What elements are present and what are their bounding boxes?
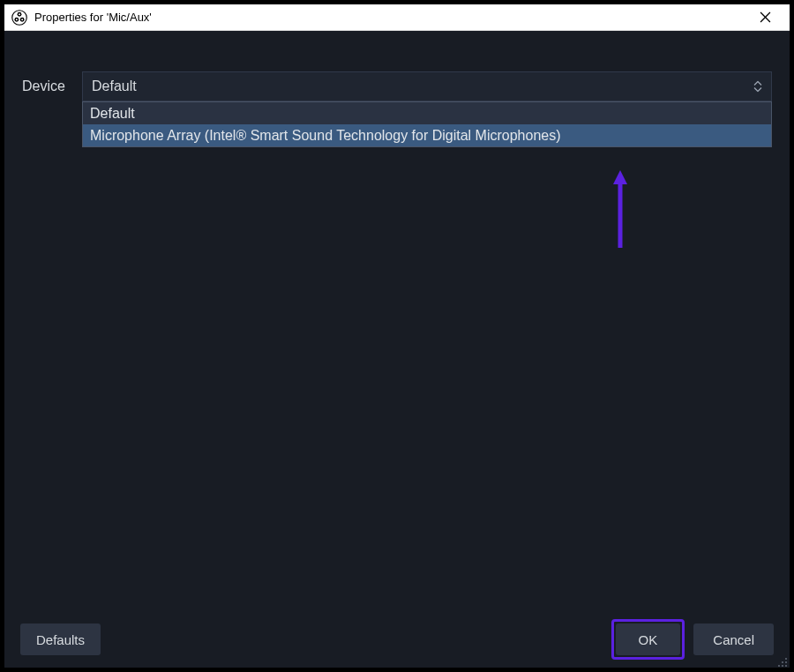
dropdown-option-microphone-array[interactable]: Microphone Array (Intel® Smart Sound Tec… xyxy=(83,124,771,146)
annotation-ok-highlight: OK xyxy=(611,619,685,660)
device-label: Device xyxy=(22,78,71,94)
svg-point-6 xyxy=(21,19,23,20)
svg-point-13 xyxy=(785,661,787,663)
device-select[interactable]: Default xyxy=(82,71,772,101)
device-dropdown: Default Microphone Array (Intel® Smart S… xyxy=(82,101,772,147)
svg-point-12 xyxy=(782,661,783,663)
window-title: Properties for 'Mic/Aux' xyxy=(34,11,747,24)
dialog-footer: Defaults OK Cancel xyxy=(4,611,790,668)
svg-point-16 xyxy=(785,665,787,667)
ok-button[interactable]: OK xyxy=(616,623,681,655)
close-button[interactable] xyxy=(747,5,783,30)
svg-point-5 xyxy=(16,19,18,20)
obs-icon xyxy=(11,10,27,26)
device-row: Device Default Default Microphone Array … xyxy=(22,71,772,101)
chevron-updown-icon xyxy=(753,81,762,93)
svg-marker-10 xyxy=(613,170,627,184)
device-select-value: Default xyxy=(92,78,137,94)
titlebar: Properties for 'Mic/Aux' xyxy=(4,4,790,31)
properties-dialog: Properties for 'Mic/Aux' Device Default xyxy=(4,4,790,668)
svg-point-15 xyxy=(782,665,783,667)
annotation-arrow xyxy=(611,170,629,253)
svg-point-11 xyxy=(785,658,787,660)
resize-grip[interactable] xyxy=(777,655,788,666)
svg-point-4 xyxy=(19,13,20,15)
defaults-button[interactable]: Defaults xyxy=(20,623,101,655)
dropdown-option-default[interactable]: Default xyxy=(83,102,771,124)
cancel-button[interactable]: Cancel xyxy=(693,623,774,655)
dialog-content: Device Default Default Microphone Array … xyxy=(4,31,790,611)
device-select-wrap: Default Default Microphone Array (Intel®… xyxy=(82,71,772,101)
close-icon xyxy=(760,11,771,23)
svg-point-14 xyxy=(778,665,780,667)
